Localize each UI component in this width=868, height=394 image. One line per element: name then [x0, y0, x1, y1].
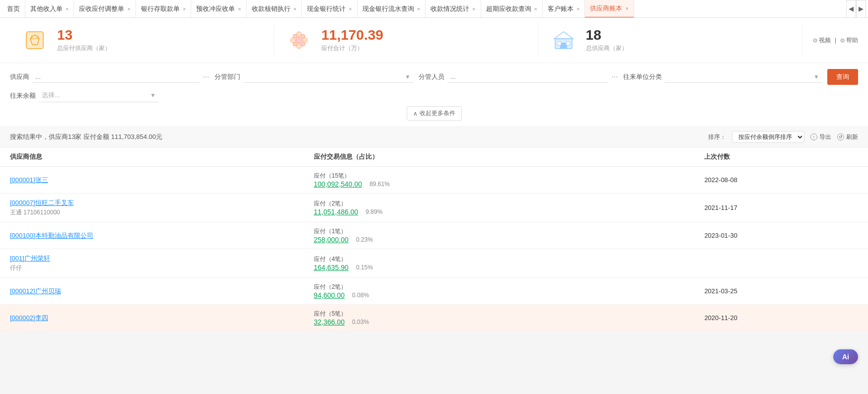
pay-label: 应付（15笔） [314, 172, 685, 180]
supplier-input[interactable] [32, 71, 200, 83]
nav-prev-arrow[interactable]: ◀ [846, 0, 856, 18]
help-link[interactable]: ⊙ 帮助 [840, 36, 858, 45]
close-icon[interactable]: × [349, 6, 352, 12]
stat-payable-label: 总应付供应商（家） [57, 44, 264, 53]
filter-row-1: 供应商 ··· 分管部门 ▼ 分管人员 ··· 往来单位分类 ▼ 查询 [10, 69, 858, 85]
supplier-link[interactable]: [001]广州荣轩 [10, 255, 50, 262]
sort-select[interactable]: 按应付余额倒序排序 [732, 131, 804, 143]
pay-label: 应付（2笔） [314, 199, 685, 208]
table-header-row: 供应商信息 应付交易信息（占比） 上次付数 [0, 147, 868, 167]
balance-chevron-icon: ▼ [150, 92, 156, 99]
close-icon[interactable]: × [66, 6, 69, 12]
close-icon[interactable]: × [625, 5, 628, 11]
supplier-info-cell: [001]广州荣轩仔仔 [0, 249, 304, 278]
supplier-link[interactable]: [000007]恒旺二手叉车 [10, 199, 74, 206]
supplier-contact: 王通 17106110000 [10, 208, 294, 217]
filter-balance: 往来余额 选择... ▼ [10, 89, 159, 102]
transaction-info-cell: 应付（2笔）11,051,486.009.89% [304, 194, 695, 222]
nav-next-arrow[interactable]: ▶ [856, 0, 866, 18]
stats-bar: 13 总应付供应商（家） 11,170.39 应付合计（万） [0, 18, 868, 63]
col-header-transaction: 应付交易信息（占比） [304, 147, 695, 167]
table-row: [000100]本特勤油品有限公司应付（1笔）258,000.000.23%20… [0, 222, 868, 249]
filter-supplier: 供应商 ··· [10, 71, 210, 83]
svg-point-12 [293, 42, 297, 46]
person-dots-icon[interactable]: ··· [611, 72, 618, 81]
table-wrapper: 供应商信息 应付交易信息（占比） 上次付数 [000001]张三应付（15笔）1… [0, 147, 868, 331]
pay-label: 应付（4笔） [314, 255, 685, 263]
close-icon[interactable]: × [417, 6, 420, 12]
supplier-link[interactable]: [000001]张三 [10, 176, 48, 184]
nav-tab-customer-ledger[interactable]: 客户账本 × [543, 0, 585, 18]
svg-point-8 [290, 38, 295, 43]
nav-tab-other-income[interactable]: 其他收入单 × [25, 0, 74, 18]
nav-tab-overdue-ar[interactable]: 超期应收款查询 × [481, 0, 543, 18]
chevron-up-icon: ∧ [413, 110, 418, 117]
close-icon[interactable]: × [238, 6, 241, 12]
table-row: [000007]恒旺二手叉车王通 17106110000应付（2笔）11,051… [0, 194, 868, 222]
amount-percent: 0.03% [352, 319, 369, 326]
video-link[interactable]: ⊙ 视频 [813, 36, 831, 45]
transaction-info-cell: 应付（2笔）94,600.000.08% [304, 278, 695, 305]
last-pay-date: 2021-03-25 [694, 278, 868, 305]
supplier-link[interactable]: [000002]李四 [10, 314, 48, 322]
col-header-lastpay: 上次付数 [694, 147, 868, 167]
collapse-button[interactable]: ∧ 收起更多条件 [407, 106, 462, 121]
amount-value[interactable]: 100,092,540.00 [314, 180, 362, 188]
results-bar: 搜索结果中，供应商13家 应付金额 111,703,854.00元 排序： 按应… [0, 127, 868, 147]
export-button[interactable]: ↑ 导出 [810, 133, 831, 141]
close-icon[interactable]: × [293, 6, 296, 12]
amount-percent: 89.61% [369, 181, 390, 188]
stat-total-suppliers: 18 总供应商（家） [539, 25, 803, 55]
nav-tab-home[interactable]: 首页 [2, 0, 25, 18]
amount-value[interactable]: 11,051,486.00 [314, 208, 359, 216]
person-input[interactable] [447, 71, 608, 83]
pay-label: 应付（5笔） [314, 310, 685, 318]
close-icon[interactable]: × [534, 6, 537, 12]
amount-percent: 0.23% [356, 236, 373, 243]
last-pay-date: 2023-01-30 [694, 222, 868, 249]
dept-select[interactable]: ▼ [243, 71, 414, 83]
amount-value[interactable]: 32,366.00 [314, 318, 345, 326]
last-pay-date [694, 249, 868, 278]
close-icon[interactable]: × [472, 6, 475, 12]
nav-tab-ar-ap-adjust[interactable]: 应收应付调整单 × [74, 0, 136, 18]
category-select[interactable]: ▼ [665, 71, 823, 83]
transaction-info-cell: 应付（1笔）258,000.000.23% [304, 222, 695, 249]
nav-arrows: ◀ ▶ [846, 0, 866, 18]
refresh-button[interactable]: ↺ 刷新 [837, 133, 858, 141]
results-summary: 搜索结果中，供应商13家 应付金额 111,703,854.00元 [10, 132, 162, 141]
nav-tab-receipt-verify[interactable]: 收款核销执行 × [247, 0, 302, 18]
close-icon[interactable]: × [183, 6, 186, 12]
balance-select[interactable]: 选择... ▼ [39, 89, 159, 102]
nav-tab-receipt-stat[interactable]: 收款情况统计 × [426, 0, 481, 18]
supplier-info-cell: [000001]张三 [0, 167, 304, 194]
amount-value[interactable]: 258,000.00 [314, 236, 349, 244]
nav-tab-supplier-ledger[interactable]: 供应商账本 × [585, 0, 634, 18]
filter-person: 分管人员 ··· [419, 71, 618, 83]
stat-payable-amount: 11,170.39 应付合计（万） [274, 25, 538, 55]
amount-value[interactable]: 164,635.90 [314, 263, 349, 271]
svg-point-13 [301, 42, 305, 46]
supplier-info-cell: [000007]恒旺二手叉车王通 17106110000 [0, 194, 304, 222]
close-icon[interactable]: × [577, 6, 579, 12]
stat-total-info: 18 总供应商（家） [586, 28, 793, 53]
export-icon: ↑ [810, 133, 817, 140]
supplier-link[interactable]: [000012]广州贝瑞 [10, 287, 61, 295]
svg-point-9 [302, 38, 307, 43]
supplier-contact: 仔仔 [10, 264, 294, 272]
filter-area: 供应商 ··· 分管部门 ▼ 分管人员 ··· 往来单位分类 ▼ 查询 [0, 63, 868, 127]
col-header-supplier: 供应商信息 [0, 147, 304, 167]
svg-point-6 [296, 32, 301, 37]
search-button[interactable]: 查询 [827, 69, 858, 85]
close-icon[interactable]: × [127, 6, 130, 12]
nav-tab-cash-flow[interactable]: 现金银行流水查询 × [358, 0, 426, 18]
nav-tab-bank-deposit[interactable]: 银行存取款单 × [136, 0, 191, 18]
amount-value[interactable]: 94,600.00 [314, 291, 345, 299]
nav-tab-cash-bank-stat[interactable]: 现金银行统计 × [302, 0, 357, 18]
supplier-dots-icon[interactable]: ··· [203, 72, 209, 81]
supplier-link[interactable]: [000100]本特勤油品有限公司 [10, 232, 93, 239]
flower-icon [284, 25, 314, 55]
supplier-label: 供应商 [10, 72, 29, 81]
nav-tab-prepaid-ar[interactable]: 预收冲应收单 × [191, 0, 246, 18]
stat-payable-suppliers: 13 总应付供应商（家） [10, 25, 274, 55]
